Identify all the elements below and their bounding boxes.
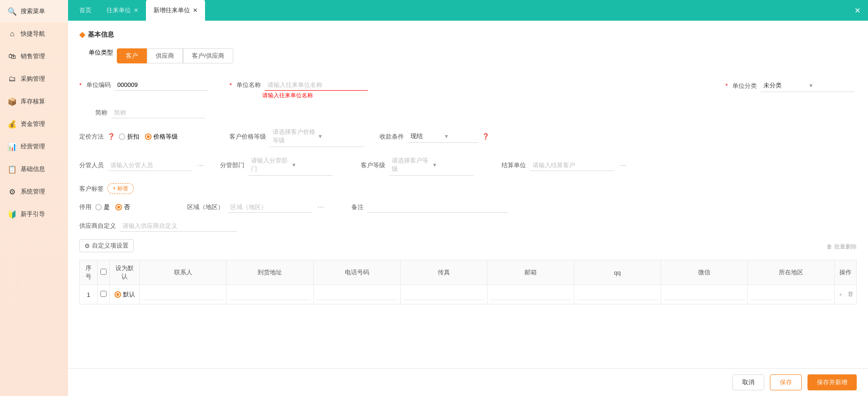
- supplier-custom-row: 供应商自定义: [79, 220, 857, 232]
- manager-row: 分管人员 ··· 分管部门 请输入分管部门 ▼ 客户等级 请选择客户等级 ▼ 结…: [79, 155, 857, 176]
- main-panel: 首页 往来单位 ✕ 新增往来单位 ✕ ✕ ◆ 基本信息 单位类型 客户 供应商 …: [68, 0, 868, 396]
- customer-tag-row: 客户标签 + 标签: [79, 183, 857, 194]
- cell-fax[interactable]: [400, 285, 487, 304]
- type-btn-supplier[interactable]: 供应商: [147, 48, 183, 63]
- manager-more-icon[interactable]: ···: [196, 161, 206, 170]
- home-icon: ⌂: [8, 29, 17, 39]
- sidebar-item-basic-info[interactable]: 📋 基础信息: [0, 158, 68, 180]
- section-icon: ◆: [79, 30, 85, 39]
- col-email: 邮箱: [487, 260, 574, 285]
- region-more-icon[interactable]: ···: [316, 203, 326, 211]
- default-radio-circle[interactable]: [114, 291, 121, 298]
- unit-category-label: 单位分类: [732, 82, 757, 90]
- add-row-icon[interactable]: ＋: [838, 290, 844, 299]
- customer-level-label: 客户等级: [361, 161, 385, 170]
- radio-price-level-circle: [145, 133, 152, 140]
- department-arrow-icon: ▼: [291, 162, 330, 168]
- sidebar-label-system: 系统管理: [21, 187, 45, 196]
- contact-table-section: ⚙ 自定义项设置 🗑 批量删除 序号 设为默认 联系人: [79, 239, 857, 304]
- settlement-unit-label: 结算单位: [502, 161, 526, 170]
- region-input[interactable]: [228, 202, 312, 213]
- cell-contact[interactable]: [140, 285, 227, 304]
- unit-name-input[interactable]: [265, 79, 368, 91]
- cell-region[interactable]: [747, 285, 834, 304]
- radio-price-level[interactable]: 价格等级: [145, 132, 178, 141]
- close-new-partner-tab[interactable]: ✕: [193, 7, 198, 14]
- tab-home[interactable]: 首页: [72, 0, 99, 21]
- remark-label: 备注: [351, 203, 364, 211]
- cell-checkbox[interactable]: [98, 285, 110, 304]
- cell-address[interactable]: [227, 285, 313, 304]
- tab-new-partner[interactable]: 新增往来单位 ✕: [146, 0, 205, 21]
- add-tag-button[interactable]: + 标签: [107, 183, 134, 194]
- col-region: 所在地区: [747, 260, 834, 285]
- type-btn-both[interactable]: 客户/供应商: [183, 48, 233, 63]
- remark-input[interactable]: [367, 202, 508, 213]
- code-name-category-row: * 单位编码 * 单位名称 请输入往来单位名称 * 单位分类 未分类 ▼: [79, 79, 857, 100]
- cancel-button[interactable]: 取消: [732, 374, 764, 390]
- custom-settings-button[interactable]: ⚙ 自定义项设置: [79, 239, 134, 252]
- price-level-arrow-icon: ▼: [318, 133, 361, 139]
- close-partners-tab[interactable]: ✕: [134, 7, 138, 14]
- payment-terms-help-icon[interactable]: ❓: [482, 133, 489, 140]
- cell-phone[interactable]: [313, 285, 400, 304]
- settlement-more-icon[interactable]: ···: [618, 161, 628, 170]
- supplier-custom-input[interactable]: [120, 220, 237, 232]
- unit-category-select[interactable]: 未分类 ▼: [761, 79, 854, 92]
- col-qq: qq: [574, 260, 661, 285]
- pricing-help-icon[interactable]: ❓: [107, 133, 115, 140]
- tab-partners[interactable]: 往来单位 ✕: [99, 0, 146, 21]
- unit-code-input[interactable]: [114, 79, 208, 91]
- sidebar-item-operations[interactable]: 📊 经营管理: [0, 135, 68, 158]
- bottom-bar: 取消 保存 保存并新增: [68, 368, 868, 396]
- sidebar-item-search[interactable]: 🔍 搜索菜单: [0, 0, 68, 23]
- delete-row-icon[interactable]: 🗑: [847, 290, 853, 299]
- radio-disabled-no[interactable]: 否: [115, 203, 130, 211]
- sidebar-item-guide[interactable]: 🔰 新手引导: [0, 203, 68, 225]
- col-fax: 传真: [400, 260, 487, 285]
- manager-input[interactable]: [107, 160, 192, 171]
- sidebar-label-inventory: 库存核算: [21, 97, 45, 106]
- type-buttons-group: 客户 供应商 客户/供应商: [117, 48, 233, 63]
- category-arrow-icon: ▼: [808, 83, 852, 88]
- sales-icon: 🛍: [8, 52, 17, 61]
- save-and-add-button[interactable]: 保存并新增: [807, 374, 857, 390]
- unit-type-row: 单位类型 客户 供应商 客户/供应商: [79, 48, 857, 72]
- settlement-unit-input[interactable]: [530, 160, 614, 171]
- finance-icon: 💰: [8, 119, 17, 129]
- department-label: 分管部门: [220, 161, 244, 170]
- sidebar-label-finance: 资金管理: [21, 120, 45, 128]
- row-checkbox[interactable]: [100, 291, 107, 297]
- table-row: 1 默认: [80, 285, 857, 304]
- department-select[interactable]: 请输入分管部门 ▼: [248, 155, 333, 176]
- purchase-icon: 🗂: [8, 74, 17, 84]
- sidebar-item-sales[interactable]: 🛍 销售管理: [0, 45, 68, 68]
- payment-terms-label: 收款条件: [380, 132, 404, 141]
- abbr-input[interactable]: [111, 107, 205, 118]
- settings-gear-icon: ⚙: [84, 242, 90, 249]
- sidebar-label-search: 搜索菜单: [21, 7, 45, 16]
- payment-terms-select[interactable]: 现结 ▼: [408, 130, 478, 143]
- customer-price-level-select[interactable]: 请选择客户价格等级 ▼: [270, 126, 364, 147]
- sidebar-label-operations: 经营管理: [21, 142, 45, 151]
- sidebar-item-system[interactable]: ⚙ 系统管理: [0, 180, 68, 203]
- select-all-checkbox[interactable]: [100, 269, 107, 275]
- abbr-label: 简称: [79, 109, 107, 117]
- cell-qq[interactable]: [574, 285, 661, 304]
- cell-wechat[interactable]: [661, 285, 747, 304]
- cell-email[interactable]: [487, 285, 574, 304]
- radio-disabled-yes[interactable]: 是: [95, 203, 110, 211]
- sidebar-item-quick-nav[interactable]: ⌂ 快捷导航: [0, 23, 68, 45]
- col-index: 序号: [80, 260, 98, 285]
- batch-delete-label: 批量删除: [834, 243, 857, 251]
- close-window-button[interactable]: ✕: [854, 6, 860, 15]
- disabled-label: 停用: [79, 203, 91, 211]
- radio-discount[interactable]: 折扣: [119, 132, 139, 141]
- type-btn-customer[interactable]: 客户: [117, 48, 147, 63]
- sidebar-item-purchase[interactable]: 🗂 采购管理: [0, 68, 68, 90]
- save-button[interactable]: 保存: [770, 374, 802, 390]
- search-icon: 🔍: [8, 7, 17, 16]
- sidebar-item-finance[interactable]: 💰 资金管理: [0, 113, 68, 135]
- customer-level-select[interactable]: 请选择客户等级 ▼: [389, 155, 473, 176]
- sidebar-item-inventory[interactable]: 📦 库存核算: [0, 90, 68, 113]
